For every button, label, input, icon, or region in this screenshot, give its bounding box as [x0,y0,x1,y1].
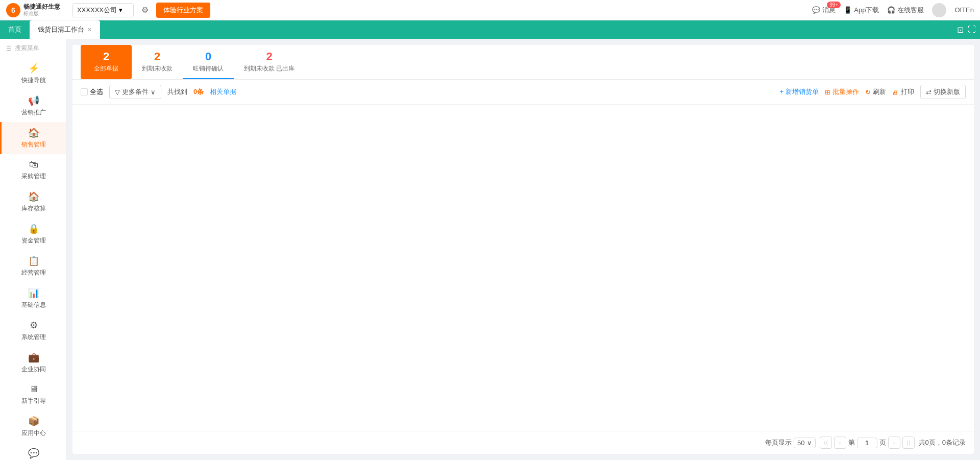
basic-info-icon: 📊 [28,287,39,299]
new-order-button[interactable]: + 新增销货单 [780,87,819,96]
page-first-button[interactable]: ⟨⟨ [820,437,832,449]
sidebar-item-operations[interactable]: 📋 经营管理 [0,250,66,282]
sidebar-item-sales[interactable]: 🏠 销售管理 [0,122,66,154]
tab-home-label: 首页 [8,25,21,34]
tab-close-icon[interactable]: ✕ [87,27,92,33]
filter-button[interactable]: ▽ 更多条件 ∨ [109,85,161,99]
batch-operation-button[interactable]: ⊞ 批量操作 [825,87,859,96]
sidebar-item-inventory[interactable]: 🏠 库存核算 [0,186,66,218]
stat-tab-num-overdue-shipped: 2 [266,50,273,63]
sidebar: ☰ 搜索菜单 ⚡ 快捷导航 📢 营销推广 🏠 销售管理 🛍 采购管理 🏠 库存核… [0,39,66,460]
logo-icon: 6 [6,3,20,17]
sidebar-item-label: 采购管理 [21,172,46,181]
checkbox-input[interactable] [81,88,88,95]
stat-tab-overdue-shipped[interactable]: 2 到期未收款 已出库 [234,45,305,79]
page-size-select[interactable]: 50 ∨ [794,438,815,448]
sidebar-item-purchase[interactable]: 🛍 采购管理 [0,154,66,186]
message-icon: 💬 [812,6,820,14]
logo-text-main: 畅捷通好生意 [23,3,60,10]
stat-tab-num-wangpu: 0 [205,50,211,63]
select-all-checkbox[interactable]: 全选 [81,87,103,96]
search-icon: ☰ [6,45,12,52]
stat-tab-num-overdue: 2 [154,50,160,63]
cooperation-icon: 💼 [28,352,39,363]
filter-btn-label: 更多条件 [122,87,149,96]
sidebar-item-cooperation[interactable]: 💼 企业协同 [0,347,66,379]
sidebar-item-system[interactable]: ⚙ 系统管理 [0,314,66,347]
avatar-name: OfTEn [954,6,974,14]
refresh-button[interactable]: ↻ 刷新 [865,87,886,96]
guide-icon: 🖥 [29,384,38,395]
sidebar-item-finance[interactable]: 🔒 资金管理 [0,218,66,250]
sidebar-item-app-center[interactable]: 📦 应用中心 [0,410,66,443]
sidebar-item-label: 企业协同 [21,365,46,374]
chevron-down-icon: ▾ [119,6,122,14]
messages-button[interactable]: 💬 消息 99+ [812,6,836,15]
stat-tab-wangpu[interactable]: 0 旺铺待确认 [183,45,234,79]
tab-workbench-label: 钱货日清工作台 [38,25,84,34]
sidebar-item-guide[interactable]: 🖥 新手引导 [0,379,66,410]
sidebar-item-label: 快捷导航 [21,76,46,85]
sidebar-item-wecom[interactable]: 💬 企业微信 [0,443,66,460]
stat-tab-label-overdue: 到期未收款 [142,64,173,73]
logo: 6 畅捷通好生意 标准版 [6,3,72,17]
page-total-info: 共0页，0条记录 [919,438,966,447]
stat-tab-label-overdue-shipped: 到期未收款 已出库 [244,64,295,73]
tab-home[interactable]: 首页 [0,20,30,39]
sidebar-item-label: 资金管理 [21,236,46,245]
sidebar-item-label: 库存核算 [21,204,46,213]
switch-version-button[interactable]: ⇄ 切换新版 [920,85,966,99]
online-service-label: 在线客服 [897,6,924,15]
settings-button[interactable]: ⚙ [138,3,152,17]
page-last-button[interactable]: ⟩⟩ [902,437,915,449]
list-area [72,105,974,431]
header: 6 畅捷通好生意 标准版 XXXXXX公司 ▾ ⚙ 体验行业方案 💬 消息 99… [0,0,980,20]
restore-icon[interactable]: ⊡ [957,25,964,35]
page-size-chevron: ∨ [807,439,812,447]
print-button[interactable]: 🖨 打印 [892,87,914,96]
page-number-input[interactable] [857,438,877,448]
switch-btn-label: 切换新版 [934,87,960,96]
trial-button[interactable]: 体验行业方案 [156,3,210,18]
pagination: 每页显示 50 ∨ ⟨⟨ ‹ 第 页 › ⟩⟩ 共0页，0条记录 [72,431,974,454]
sidebar-item-label: 销售管理 [21,140,46,149]
print-btn-label: 打印 [901,87,914,96]
stat-tab-num-all: 2 [103,50,109,63]
online-service-button[interactable]: 🎧 在线客服 [887,6,924,15]
fullscreen-icon[interactable]: ⛶ [968,25,976,34]
related-orders-link[interactable]: 相关单据 [210,87,236,96]
system-icon: ⚙ [30,320,38,331]
stat-tab-overdue[interactable]: 2 到期未收款 [132,45,183,79]
app-download-label: App下载 [854,6,879,15]
company-selector[interactable]: XXXXXX公司 ▾ [72,3,134,17]
sidebar-item-label: 应用中心 [21,429,46,438]
app-center-icon: 📦 [28,416,39,427]
page-next-button[interactable]: › [888,437,900,449]
avatar[interactable] [932,3,946,17]
page-prev-button[interactable]: ‹ [834,437,846,449]
found-text-prefix: 共找到 [167,87,187,96]
company-name: XXXXXX公司 [77,6,117,15]
tab-workbench[interactable]: 钱货日清工作台 ✕ [30,20,100,39]
finance-icon: 🔒 [28,223,39,234]
toolbar: 全选 ▽ 更多条件 ∨ 共找到 0条 相关单据 + 新增销货单 ⊞ 批量操作 [72,80,974,105]
switch-icon: ⇄ [926,88,932,96]
sidebar-item-search[interactable]: ☰ 搜索菜单 [0,39,66,58]
stat-tab-all[interactable]: 2 全部单据 [81,45,132,79]
sidebar-item-basic-info[interactable]: 📊 基础信息 [0,282,66,314]
stat-tab-label-wangpu: 旺铺待确认 [193,64,224,73]
chevron-down-icon: ∨ [151,88,156,96]
select-all-label: 全选 [90,87,103,96]
content-area: 2 全部单据 2 到期未收款 0 旺铺待确认 2 到期未收款 已出库 [66,39,980,460]
sidebar-item-quick-nav[interactable]: ⚡ 快捷导航 [0,58,66,90]
page-suffix: 页 [879,438,886,447]
batch-icon: ⊞ [825,88,830,96]
tab-bar: 首页 钱货日清工作台 ✕ ⊡ ⛶ [0,20,980,39]
stats-tabs: 2 全部单据 2 到期未收款 0 旺铺待确认 2 到期未收款 已出库 [72,45,974,80]
main-layout: ☰ 搜索菜单 ⚡ 快捷导航 📢 营销推广 🏠 销售管理 🛍 采购管理 🏠 库存核… [0,39,980,460]
app-download-button[interactable]: 📱 App下载 [844,6,879,15]
purchase-icon: 🛍 [29,159,38,170]
wecom-icon: 💬 [28,448,39,459]
sidebar-item-marketing[interactable]: 📢 营销推广 [0,90,66,122]
new-order-label: + 新增销货单 [780,87,819,96]
